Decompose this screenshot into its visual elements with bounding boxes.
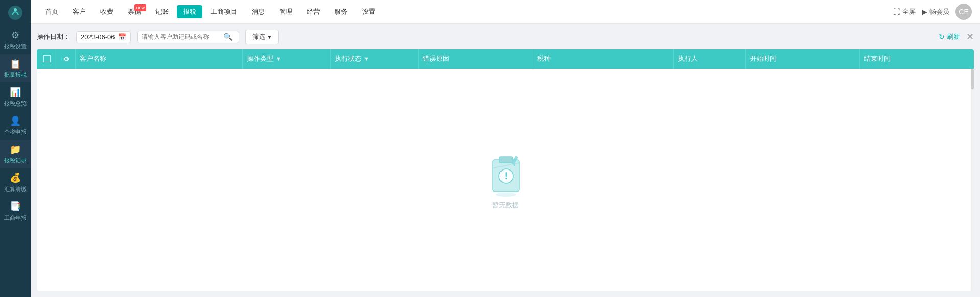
page-area: 操作日期： 2023-06-06 📅 🔍 筛选 ▼ ↻ 刷新 [31, 24, 980, 297]
th-check[interactable] [37, 49, 57, 69]
search-box: 🔍 [137, 31, 239, 43]
table-body: 暂无数据 [37, 69, 974, 291]
sidebar-item-personal-tax[interactable]: 👤 个税申报 [0, 111, 31, 140]
nav-item-message[interactable]: 消息 [245, 5, 271, 18]
gear-icon: ⚙ [63, 55, 70, 63]
th-op-type: 操作类型 ▼ [243, 49, 331, 69]
close-button[interactable]: ✕ [966, 32, 974, 41]
scrollbar-track[interactable] [971, 69, 974, 291]
scrollbar-thumb[interactable] [971, 69, 974, 89]
play-icon: ▶ [922, 8, 927, 16]
th-start-time: 开始时间 [746, 49, 860, 69]
annual-report-icon: 📑 [10, 201, 21, 213]
sidebar-item-batch-tax[interactable]: 📋 批量报税 [0, 54, 31, 83]
nav-item-tax[interactable]: 报税 [177, 5, 202, 18]
search-icon[interactable]: 🔍 [223, 33, 232, 41]
toolbar: 操作日期： 2023-06-06 📅 🔍 筛选 ▼ ↻ 刷新 [37, 30, 974, 44]
refresh-button[interactable]: ↻ 刷新 [939, 32, 960, 41]
tax-records-icon: 📁 [10, 144, 21, 156]
empty-text: 暂无数据 [492, 201, 519, 210]
nav-item-settings[interactable]: 设置 [356, 5, 381, 18]
tax-overview-icon: 📊 [10, 87, 21, 98]
batch-tax-icon: 📋 [10, 58, 21, 70]
toolbar-right: ↻ 刷新 ✕ [939, 32, 974, 41]
remit-tax-icon: 💰 [10, 172, 21, 184]
th-executor: 执行人 [674, 49, 746, 69]
sidebar-item-annual-report[interactable]: 📑 工商年报 [0, 197, 31, 225]
th-gear[interactable]: ⚙ [57, 49, 76, 69]
topnav: 首页 客户 收费 票据 new 记账 报税 工商项目 消息 管理 经营 服务 设… [31, 0, 980, 24]
th-tax-type: 税种 [533, 49, 674, 69]
svg-rect-3 [499, 157, 513, 163]
svg-rect-5 [505, 172, 507, 177]
th-exec-status: 执行状态 ▼ [331, 49, 419, 69]
sidebar-item-remit-tax[interactable]: 💰 汇算清缴 [0, 168, 31, 197]
chevron-down-icon: ▼ [267, 34, 272, 40]
svg-point-6 [505, 178, 507, 180]
sidebar-logo [0, 0, 31, 26]
nav-item-service[interactable]: 服务 [328, 5, 354, 18]
sidebar-item-tax-settings[interactable]: ⚙ 报税设置 [0, 26, 31, 54]
svg-point-0 [8, 6, 22, 20]
th-client-name: 客户名称 [76, 49, 243, 69]
empty-illustration [483, 150, 529, 201]
invoice-badge: new [134, 4, 146, 11]
nav-item-billing[interactable]: 收费 [94, 5, 120, 18]
op-type-filter-icon[interactable]: ▼ [276, 56, 281, 62]
tax-settings-icon: ⚙ [11, 30, 19, 41]
search-input[interactable] [142, 33, 223, 40]
refresh-icon: ↻ [939, 33, 945, 41]
nav-item-client[interactable]: 客户 [66, 5, 92, 18]
nav-item-finance[interactable]: 经营 [301, 5, 326, 18]
calendar-icon: 📅 [118, 33, 126, 41]
user-avatar[interactable]: CE [955, 4, 972, 20]
date-picker[interactable]: 2023-06-06 📅 [76, 31, 131, 43]
fullscreen-icon: ⛶ [893, 8, 900, 16]
select-all-checkbox[interactable] [43, 55, 51, 62]
svg-point-1 [14, 8, 17, 11]
main-container: 首页 客户 收费 票据 new 记账 报税 工商项目 消息 管理 经营 服务 设… [31, 0, 980, 297]
personal-tax-icon: 👤 [10, 115, 21, 127]
svg-point-10 [496, 193, 516, 197]
nav-item-invoice[interactable]: 票据 new [122, 5, 147, 18]
member-btn[interactable]: ▶ 畅会员 [922, 7, 949, 16]
nav-item-management[interactable]: 管理 [273, 5, 299, 18]
sidebar-item-tax-overview[interactable]: 📊 报税总览 [0, 82, 31, 111]
date-label: 操作日期： [37, 32, 70, 41]
table-container: ⚙ 客户名称 操作类型 ▼ 执行状态 ▼ 错误原因 [37, 49, 974, 291]
topnav-right: ⛶ 全屏 ▶ 畅会员 CE [893, 4, 972, 20]
table-header: ⚙ 客户名称 操作类型 ▼ 执行状态 ▼ 错误原因 [37, 49, 974, 69]
nav-item-home[interactable]: 首页 [39, 5, 64, 18]
content: 操作日期： 2023-06-06 📅 🔍 筛选 ▼ ↻ 刷新 [31, 24, 980, 297]
sidebar: ⚙ 报税设置 📋 批量报税 📊 报税总览 👤 个税申报 📁 报税记录 💰 汇算清… [0, 0, 31, 297]
nav-item-accounting[interactable]: 记账 [149, 5, 175, 18]
nav-item-bizproject[interactable]: 工商项目 [204, 5, 243, 18]
empty-state: 暂无数据 [37, 69, 974, 291]
sidebar-item-tax-records[interactable]: 📁 报税记录 [0, 140, 31, 168]
topnav-items: 首页 客户 收费 票据 new 记账 报税 工商项目 消息 管理 经营 服务 设… [39, 5, 893, 18]
th-end-time: 结束时间 [860, 49, 974, 69]
th-error-reason: 错误原因 [419, 49, 533, 69]
exec-status-filter-icon[interactable]: ▼ [363, 56, 369, 62]
filter-button[interactable]: 筛选 ▼ [245, 30, 279, 44]
fullscreen-btn[interactable]: ⛶ 全屏 [893, 7, 916, 16]
